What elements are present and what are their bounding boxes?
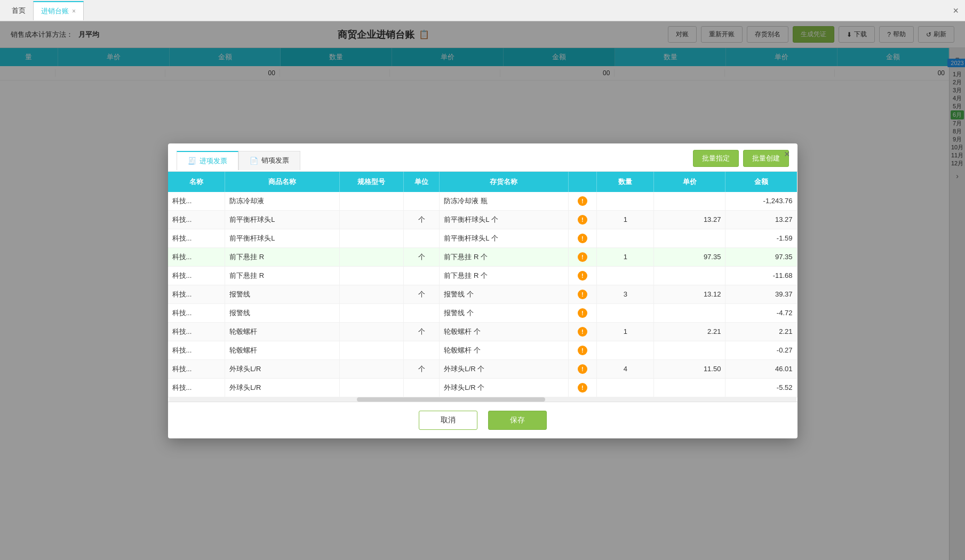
cell-amount: 2.21 bbox=[725, 322, 797, 341]
cell-product: 外球头L/R bbox=[225, 359, 339, 378]
cell-price bbox=[654, 266, 725, 285]
warning-icon: ! bbox=[578, 252, 587, 262]
cell-product: 前平衡杆球头L bbox=[225, 229, 339, 247]
tab-home[interactable]: 首页 bbox=[4, 1, 33, 20]
cell-company: 科技... bbox=[168, 266, 225, 285]
scrollbar-thumb[interactable] bbox=[357, 397, 545, 402]
cell-qty: 1 bbox=[597, 322, 654, 341]
warning-icon: ! bbox=[578, 196, 587, 206]
cancel-button[interactable]: 取消 bbox=[419, 411, 477, 430]
cell-spec bbox=[339, 322, 404, 341]
cell-unit: 个 bbox=[404, 285, 440, 303]
table-row: 科技... 前平衡杆球头L 个 前平衡杆球头L 个 ! 1 13.27 13.2… bbox=[168, 210, 797, 229]
cell-product: 前下悬挂 R bbox=[225, 266, 339, 285]
cell-warning: ! bbox=[568, 322, 597, 341]
save-button[interactable]: 保存 bbox=[488, 411, 547, 430]
modal-overlay: 🧾 进项发票 📄 销项发票 批量指定 批量创建 × bbox=[0, 21, 965, 560]
cell-spec bbox=[339, 303, 404, 322]
cell-price: 97.35 bbox=[654, 247, 725, 266]
table-row: 科技... 轮毂螺杆 个 轮毂螺杆 个 ! 1 2.21 2.21 bbox=[168, 322, 797, 341]
cell-company: 科技... bbox=[168, 341, 225, 359]
main-area: 销售成本计算方法： 月平均 商贸企业进销台账 📋 对账 重新开账 存货别名 生成… bbox=[0, 21, 965, 560]
modal-header: 🧾 进项发票 📄 销项发票 批量指定 批量创建 × bbox=[168, 143, 797, 172]
modal-header-actions: 批量指定 批量创建 bbox=[693, 150, 789, 171]
cell-product: 轮毂螺杆 bbox=[225, 341, 339, 359]
table-row: 科技... 轮毂螺杆 轮毂螺杆 个 ! -0.27 bbox=[168, 341, 797, 359]
cell-unit bbox=[404, 341, 440, 359]
warning-icon: ! bbox=[578, 308, 587, 318]
cell-price bbox=[654, 378, 725, 397]
modal-body[interactable]: 名称 商品名称 规格型号 单位 存货名称 数量 单价 金额 科技... bbox=[168, 172, 797, 397]
cell-inventory: 报警线 个 bbox=[440, 303, 568, 322]
cell-warning: ! bbox=[568, 210, 597, 229]
batch-create-button[interactable]: 批量创建 bbox=[743, 150, 789, 167]
warning-icon: ! bbox=[578, 234, 587, 243]
cell-price bbox=[654, 303, 725, 322]
cell-inventory: 外球头L/R 个 bbox=[440, 378, 568, 397]
outgoing-icon: 📄 bbox=[250, 157, 258, 165]
cell-amount: 13.27 bbox=[725, 210, 797, 229]
cell-inventory: 前平衡杆球头L 个 bbox=[440, 210, 568, 229]
cell-qty: 3 bbox=[597, 285, 654, 303]
tab-ledger[interactable]: 进销台账 × bbox=[33, 1, 84, 20]
modal-close-button[interactable]: × bbox=[784, 149, 790, 160]
tab-outgoing-invoice[interactable]: 📄 销项发票 bbox=[238, 151, 300, 170]
warning-icon: ! bbox=[578, 346, 587, 355]
cell-unit bbox=[404, 192, 440, 211]
cell-qty: 1 bbox=[597, 247, 654, 266]
warning-icon: ! bbox=[578, 271, 587, 281]
window-close-button[interactable]: × bbox=[953, 5, 959, 16]
cell-qty bbox=[597, 341, 654, 359]
cell-company: 科技... bbox=[168, 210, 225, 229]
th-qty: 数量 bbox=[597, 172, 654, 192]
cell-inventory: 外球头L/R 个 bbox=[440, 359, 568, 378]
cell-company: 科技... bbox=[168, 229, 225, 247]
batch-assign-button[interactable]: 批量指定 bbox=[693, 150, 739, 167]
cell-spec bbox=[339, 247, 404, 266]
cell-product: 防冻冷却液 bbox=[225, 192, 339, 211]
table-row: 科技... 前下悬挂 R 个 前下悬挂 R 个 ! 1 97.35 97.35 bbox=[168, 247, 797, 266]
tab-incoming-invoice[interactable]: 🧾 进项发票 bbox=[177, 151, 238, 170]
cell-company: 科技... bbox=[168, 303, 225, 322]
cell-spec bbox=[339, 359, 404, 378]
cell-price bbox=[654, 341, 725, 359]
cell-price bbox=[654, 229, 725, 247]
cell-unit: 个 bbox=[404, 322, 440, 341]
cell-qty bbox=[597, 229, 654, 247]
cell-spec bbox=[339, 341, 404, 359]
cell-price bbox=[654, 192, 725, 211]
cell-unit: 个 bbox=[404, 247, 440, 266]
tab-bar: 首页 进销台账 × × bbox=[0, 0, 965, 21]
cell-company: 科技... bbox=[168, 247, 225, 266]
cell-amount: -11.68 bbox=[725, 266, 797, 285]
invoice-table: 名称 商品名称 规格型号 单位 存货名称 数量 单价 金额 科技... bbox=[168, 172, 797, 397]
cell-product: 前下悬挂 R bbox=[225, 247, 339, 266]
cell-unit: 个 bbox=[404, 210, 440, 229]
table-row: 科技... 前平衡杆球头L 前平衡杆球头L 个 ! -1.59 bbox=[168, 229, 797, 247]
cell-amount: 46.01 bbox=[725, 359, 797, 378]
table-row: 科技... 外球头L/R 外球头L/R 个 ! -5.52 bbox=[168, 378, 797, 397]
cell-inventory: 前平衡杆球头L 个 bbox=[440, 229, 568, 247]
cell-amount: -0.27 bbox=[725, 341, 797, 359]
cell-product: 前平衡杆球头L bbox=[225, 210, 339, 229]
table-row: 科技... 报警线 报警线 个 ! -4.72 bbox=[168, 303, 797, 322]
th-amount: 金额 bbox=[725, 172, 797, 192]
cell-product: 轮毂螺杆 bbox=[225, 322, 339, 341]
table-row: 科技... 报警线 个 报警线 个 ! 3 13.12 39.37 bbox=[168, 285, 797, 303]
cell-unit bbox=[404, 303, 440, 322]
warning-icon: ! bbox=[578, 327, 587, 337]
table-header-row: 名称 商品名称 规格型号 单位 存货名称 数量 单价 金额 bbox=[168, 172, 797, 192]
cell-spec bbox=[339, 285, 404, 303]
warning-icon: ! bbox=[578, 383, 587, 393]
cell-product: 外球头L/R bbox=[225, 378, 339, 397]
tab-close-ledger[interactable]: × bbox=[72, 7, 76, 15]
th-spec: 规格型号 bbox=[339, 172, 404, 192]
cell-inventory: 防冻冷却液 瓶 bbox=[440, 192, 568, 211]
cell-inventory: 轮毂螺杆 个 bbox=[440, 341, 568, 359]
cell-warning: ! bbox=[568, 303, 597, 322]
cell-company: 科技... bbox=[168, 322, 225, 341]
horizontal-scrollbar[interactable] bbox=[169, 397, 796, 402]
modal-footer: 取消 保存 bbox=[168, 402, 797, 438]
cell-spec bbox=[339, 266, 404, 285]
cell-qty: 4 bbox=[597, 359, 654, 378]
